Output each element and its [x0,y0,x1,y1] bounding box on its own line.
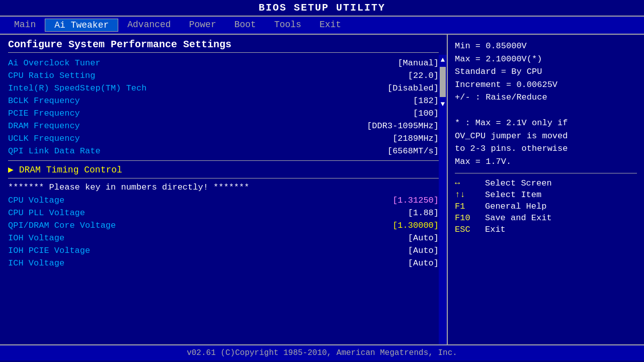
voltage-value: [1.88] [408,208,439,218]
info-section: Min = 0.85000VMax = 2.10000V(*)Standard … [455,40,637,168]
menu-item-main[interactable]: Main [5,19,45,32]
setting-label: Ai Overclock Tuner [8,58,101,68]
voltage-value: [1.30000] [392,221,439,230]
table-row[interactable]: QPI/DRAM Core Voltage[1.30000] [8,219,439,232]
setting-value: [100] [413,109,439,118]
setting-value: [6568MT/s] [387,146,439,156]
voltages-list: CPU Voltage[1.31250]CPU PLL Voltage[1.88… [8,194,439,269]
table-row[interactable]: QPI Link Data Rate[6568MT/s] [8,145,439,157]
keybind-row: ↑↓Select Item [455,190,637,200]
footer: v02.61 (C)Copyright 1985-2010, American … [0,344,644,360]
info-line: * : Max = 2.1V only if [455,117,637,130]
footer-text: v02.61 (C)Copyright 1985-2010, American … [187,348,457,357]
scrollbar[interactable]: ▲ ▼ [439,55,447,344]
title-bar: BIOS SETUP UTILITY [0,0,644,17]
voltage-label: CPU Voltage [8,196,64,205]
scroll-down-arrow[interactable]: ▼ [440,99,446,109]
left-panel: Configure System Performance Settings Ai… [0,35,448,344]
table-row[interactable]: UCLK Frequency[2189MHz] [8,132,439,145]
setting-value: [Manual] [397,58,439,68]
section-title: Configure System Performance Settings [8,39,439,53]
setting-label: PCIE Frequency [8,109,80,118]
info-line: OV_CPU jumper is moved [455,130,637,143]
setting-value: [182] [413,96,439,106]
main-container: Configure System Performance Settings Ai… [0,35,644,344]
voltage-value: [Auto] [408,233,439,243]
keybind-row: F10Save and Exit [455,213,637,223]
menu-item-tools[interactable]: Tools [265,19,310,32]
voltage-label: CPU PLL Voltage [8,208,85,218]
voltage-label: QPI/DRAM Core Voltage [8,221,116,230]
setting-label: DRAM Frequency [8,121,80,131]
menu-bar: MainAi TweakerAdvancedPowerBootToolsExit [0,17,644,35]
setting-label: QPI Link Data Rate [8,146,101,156]
voltage-label: IOH PCIE Voltage [8,246,90,255]
keybind-description: Select Screen [485,178,552,188]
table-row[interactable]: PCIE Frequency[100] [8,107,439,120]
voltage-value: [1.31250] [392,196,439,205]
warning-text: ******* Please key in numbers directly! … [8,183,439,192]
setting-value: [22.0] [408,71,439,80]
menu-item-ai-tweaker[interactable]: Ai Tweaker [45,19,118,32]
info-line: to 2-3 pins. otherwise [455,142,637,155]
setting-label: CPU Ratio Setting [8,71,95,80]
menu-item-exit[interactable]: Exit [310,19,350,32]
table-row[interactable]: Intel(R) SpeedStep(TM) Tech[Disabled] [8,82,439,95]
keybind-row: ESCExit [455,225,637,234]
info-divider [455,173,637,173]
keybind-row: ↔Select Screen [455,178,637,188]
table-row[interactable]: ICH Voltage[Auto] [8,257,439,269]
voltage-label: ICH Voltage [8,258,64,268]
setting-value: [2189MHz] [392,134,439,143]
info-line: Min = 0.85000V [455,40,637,53]
divider-2 [8,178,439,178]
setting-value: [Disabled] [387,83,439,93]
keybind-key: ↔ [455,178,485,188]
menu-item-power[interactable]: Power [180,19,225,32]
keybind-key: F10 [455,213,485,223]
keybind-key: ↑↓ [455,190,485,200]
keybind-key: ESC [455,225,485,234]
keybind-row: F1General Help [455,202,637,211]
settings-list: Ai Overclock Tuner[Manual]CPU Ratio Sett… [8,57,439,157]
scroll-thumb[interactable] [440,67,446,97]
table-row[interactable]: BCLK Frequency[182] [8,95,439,107]
setting-label: UCLK Frequency [8,134,80,143]
menu-item-boot[interactable]: Boot [225,19,265,32]
table-row[interactable]: IOH PCIE Voltage[Auto] [8,244,439,257]
keybind-description: General Help [485,202,546,211]
keybind-key: F1 [455,202,485,211]
info-line: Standard = By CPU [455,65,637,78]
keybind-description: Save and Exit [485,213,552,223]
scroll-up-arrow[interactable]: ▲ [440,55,446,65]
info-line: Max = 1.7V. [455,155,637,168]
setting-label: BCLK Frequency [8,96,80,106]
table-row[interactable]: CPU Voltage[1.31250] [8,194,439,207]
right-panel: Min = 0.85000VMax = 2.10000V(*)Standard … [448,35,644,344]
info-line: Max = 2.10000V(*) [455,53,637,66]
menu-item-advanced[interactable]: Advanced [118,19,180,32]
info-line [455,104,637,117]
table-row[interactable]: Ai Overclock Tuner[Manual] [8,57,439,69]
voltage-value: [Auto] [408,246,439,255]
keybind-description: Exit [485,225,506,234]
table-row[interactable]: IOH Voltage[Auto] [8,232,439,244]
dram-timing-control[interactable]: DRAM Timing Control [8,164,439,175]
bios-title: BIOS SETUP UTILITY [259,2,385,14]
info-line: Increment = 0.00625V [455,78,637,92]
setting-value: [DDR3-1095MHz] [367,121,439,131]
info-line: +/- : Raise/Reduce [455,91,637,104]
table-row[interactable]: CPU Ratio Setting[22.0] [8,69,439,82]
voltage-value: [Auto] [408,258,439,268]
setting-label: Intel(R) SpeedStep(TM) Tech [8,83,146,93]
keybinds-section: ↔Select Screen↑↓Select ItemF1General Hel… [455,178,637,234]
divider-1 [8,160,439,161]
keybind-description: Select Item [485,190,541,200]
voltage-label: IOH Voltage [8,233,64,243]
table-row[interactable]: DRAM Frequency[DDR3-1095MHz] [8,120,439,132]
table-row[interactable]: CPU PLL Voltage[1.88] [8,207,439,219]
